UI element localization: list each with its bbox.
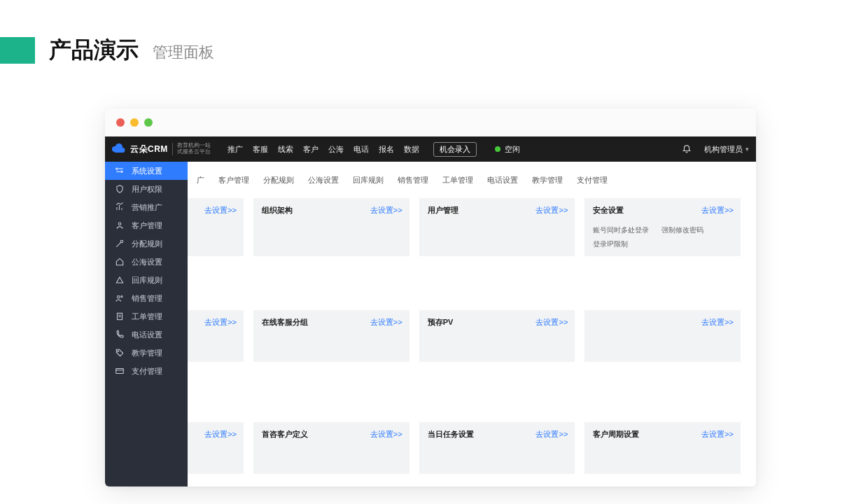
settings-card: 去设置>>: [584, 310, 741, 362]
sidebar-item-2[interactable]: 营销推广: [105, 198, 188, 216]
bell-icon[interactable]: [682, 144, 692, 155]
nav-promotion[interactable]: 推广: [227, 144, 243, 155]
settings-card: 预存PV去设置>>: [419, 310, 575, 362]
settings-icon: [115, 166, 125, 176]
card-tags: 账号同时多处登录强制修改密码登录IP限制: [593, 225, 732, 249]
go-settings-link[interactable]: 去设置>>: [204, 317, 237, 328]
go-settings-link[interactable]: 去设置>>: [370, 317, 402, 328]
card-title: 客户周期设置: [593, 430, 639, 438]
card-tag: 强制修改密码: [662, 225, 704, 235]
sidebar-item-0[interactable]: 系统设置: [105, 162, 188, 180]
go-settings-link[interactable]: 去设置>>: [701, 317, 734, 328]
phone-icon: [115, 330, 125, 340]
key-icon: [115, 239, 125, 248]
status-label[interactable]: 空闲: [505, 144, 520, 155]
status-dot-icon: [495, 146, 500, 152]
sub-tab-7[interactable]: 教学管理: [525, 172, 570, 189]
house-icon: [115, 257, 125, 267]
sub-tab-6[interactable]: 电话设置: [480, 172, 525, 189]
sidebar-item-8[interactable]: 工单管理: [105, 307, 188, 326]
logo-tagline: 教育机构一站式服务云平台: [172, 143, 211, 155]
persons-icon: [115, 293, 125, 303]
settings-card: 用户管理去设置>>: [419, 198, 575, 256]
logo-text: 云朵CRM: [130, 144, 168, 155]
nav-pool[interactable]: 公海: [328, 144, 344, 155]
sub-tab-4[interactable]: 销售管理: [391, 172, 435, 189]
sidebar-item-label: 分配规则: [132, 239, 162, 249]
sub-tab-8[interactable]: 支付管理: [570, 172, 615, 189]
sidebar-item-4[interactable]: 分配规则: [105, 234, 188, 253]
sidebar-item-5[interactable]: 公海设置: [105, 253, 188, 271]
svg-point-2: [121, 171, 122, 172]
sidebar-item-3[interactable]: 客户管理: [105, 216, 188, 234]
stats-icon: [115, 202, 125, 212]
sidebar-item-label: 电话设置: [132, 330, 162, 340]
go-settings-link[interactable]: 去设置>>: [204, 205, 237, 216]
window-max-icon[interactable]: [144, 118, 153, 127]
sidebar-item-label: 销售管理: [132, 293, 162, 304]
go-settings-link[interactable]: 去设置>>: [701, 429, 734, 440]
page-title-main: 产品演示: [49, 35, 139, 66]
svg-point-9: [118, 296, 120, 299]
card-title: 安全设置: [593, 206, 624, 214]
sub-tab-3[interactable]: 回库规则: [346, 172, 391, 189]
nav-leads[interactable]: 线索: [278, 144, 293, 155]
sub-tab-5[interactable]: 工单管理: [435, 172, 480, 189]
sidebar-item-9[interactable]: 电话设置: [105, 326, 188, 344]
cloud-icon: [111, 144, 126, 155]
logo[interactable]: 云朵CRM 教育机构一站式服务云平台: [111, 143, 215, 155]
settings-card: 首咨客户定义去设置>>: [253, 422, 410, 474]
nav-data[interactable]: 数据: [404, 144, 419, 155]
settings-card: 置去设置>>: [188, 310, 244, 362]
settings-card: 则去设置>>: [188, 422, 244, 474]
top-nav: 推广 客服 线索 客户 公海 电话 报名 数据 机会录入: [227, 142, 477, 157]
sidebar-item-10[interactable]: 教学管理: [105, 344, 188, 362]
settings-card: 组织架构去设置>>: [253, 198, 410, 256]
sub-tab-0[interactable]: 客户管理: [211, 172, 256, 189]
page-title-sub: 管理面板: [153, 42, 214, 63]
sub-tab-partial[interactable]: 广: [195, 172, 211, 189]
shield-icon: [115, 184, 125, 194]
settings-card: 在线客服分组去设置>>: [253, 310, 410, 362]
sidebar-item-11[interactable]: 支付管理: [105, 362, 188, 380]
window-min-icon[interactable]: [130, 118, 139, 127]
settings-card: 安全设置去设置>>账号同时多处登录强制修改密码登录IP限制: [584, 198, 741, 256]
app-window: 云朵CRM 教育机构一站式服务云平台 推广 客服 线索 客户 公海 电话 报名 …: [105, 108, 756, 486]
sidebar-item-6[interactable]: 回库规则: [105, 271, 188, 289]
go-settings-link[interactable]: 去设置>>: [204, 429, 237, 440]
record-button[interactable]: 机会录入: [433, 142, 477, 157]
nav-service[interactable]: 客服: [253, 144, 268, 155]
svg-point-10: [121, 296, 122, 298]
sub-tabs: 广客户管理分配规则公海设置回库规则销售管理工单管理电话设置教学管理支付管理: [188, 162, 756, 198]
nav-signup[interactable]: 报名: [379, 144, 394, 155]
svg-point-7: [118, 223, 121, 225]
sidebar-item-7[interactable]: 销售管理: [105, 289, 188, 307]
sidebar-item-label: 公海设置: [132, 257, 162, 267]
go-settings-link[interactable]: 去设置>>: [370, 205, 402, 216]
sidebar-item-label: 客户管理: [132, 220, 162, 231]
topbar: 云朵CRM 教育机构一站式服务云平台 推广 客服 线索 客户 公海 电话 报名 …: [105, 136, 756, 162]
sub-tab-2[interactable]: 公海设置: [301, 172, 346, 189]
nav-customers[interactable]: 客户: [303, 144, 318, 155]
traffic-lights: [105, 108, 756, 136]
svg-point-14: [118, 351, 118, 351]
nav-phone[interactable]: 电话: [354, 144, 369, 155]
triangle-icon: [115, 275, 125, 285]
doc-icon: [115, 312, 125, 321]
go-settings-link[interactable]: 去设置>>: [536, 317, 568, 328]
tag-icon: [115, 348, 125, 358]
user-menu[interactable]: 机构管理员 ▾: [704, 144, 749, 155]
sidebar-item-label: 系统设置: [132, 166, 162, 176]
settings-card: 当日任务设置去设置>>: [419, 422, 575, 474]
sidebar-item-1[interactable]: 用户权限: [105, 180, 188, 198]
go-settings-link[interactable]: 去设置>>: [701, 205, 734, 216]
go-settings-link[interactable]: 去设置>>: [536, 205, 568, 216]
card-title: 预存PV: [428, 318, 454, 326]
card-title: 在线客服分组: [262, 318, 308, 326]
go-settings-link[interactable]: 去设置>>: [370, 429, 402, 440]
sub-tab-1[interactable]: 分配规则: [256, 172, 301, 189]
svg-rect-15: [116, 369, 124, 374]
go-settings-link[interactable]: 去设置>>: [536, 429, 568, 440]
window-close-icon[interactable]: [116, 118, 125, 127]
svg-point-8: [120, 240, 123, 243]
